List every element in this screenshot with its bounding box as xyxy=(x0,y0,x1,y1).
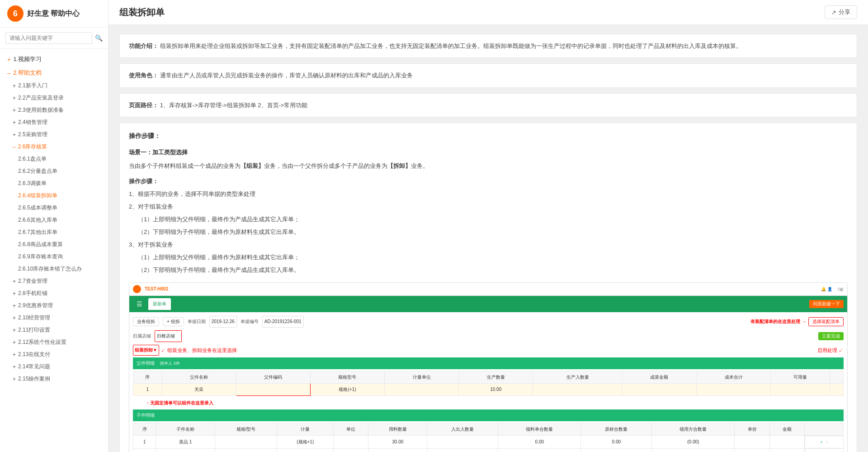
sim-topbar: TEST-H002 🔔 👤 CC ✕ xyxy=(129,283,847,296)
sim-col-seq: 序 xyxy=(133,371,162,384)
sim-cell-cost-total xyxy=(697,384,771,396)
sim-form-row1: 业务组拆 + 组拆 单据日期 2019-12-26 单据编号 AD-201912… xyxy=(133,316,844,328)
sim-active-tab: 新新单 xyxy=(148,298,171,310)
sidebar-item-sales[interactable]: +2.4销售管理 xyxy=(0,116,108,128)
sim-cell-unit xyxy=(385,384,459,396)
sidebar-item-operations[interactable]: +2.10经营管理 xyxy=(0,312,108,324)
step3: 3、对于拆装业务 xyxy=(129,239,848,251)
intro1-text: 组装拆卸单用来处理企业组装或拆卸等加工业务，支持有固定装配清单的产品加工业务，也… xyxy=(160,43,742,49)
sim-cell-parent-name: 关采 xyxy=(162,384,236,396)
step3-2: （2）下部明细为子件明细，最终作为产成品生成其它入库单。 xyxy=(129,264,848,276)
sidebar-item-coupon[interactable]: +2.9优惠券管理 xyxy=(0,300,108,312)
sidebar-item-customization[interactable]: +2.12系统个性化设置 xyxy=(0,336,108,348)
sim-section-header-child: 子件明细 xyxy=(133,409,844,421)
step3-1: （1）上部明细为父件明细，最终作为原材料生成其它出库单； xyxy=(129,252,848,263)
logo-icon: 6 xyxy=(7,5,24,22)
sidebar-item-newcomer[interactable]: +2.1新手入门 xyxy=(0,80,108,92)
sim-cell-seq: 1 xyxy=(133,384,162,396)
sidebar-item-stock-ledger[interactable]: 2.6.9库存账本查询 xyxy=(0,251,108,263)
sidebar-item-cost-adjust[interactable]: 2.6.5成本调整单 xyxy=(0,202,108,214)
sidebar-item-other-outbound[interactable]: 2.6.7其他出库单 xyxy=(0,226,108,238)
expand-icon: + xyxy=(13,315,16,321)
sidebar-item-stocktake[interactable]: 2.6.1盘点单 xyxy=(0,153,108,165)
sim-date-field: 2019-12-26 xyxy=(209,316,237,328)
sim-parent-header-row: 序 父件名称 父件编码 规格型号 计量单位 生产数量 生产入数量 成菜金额 成本… xyxy=(133,371,844,384)
expand-icon: + xyxy=(13,327,16,333)
search-box: 🔍 xyxy=(0,28,108,49)
sim-col-child-name: 子件名称 xyxy=(156,423,215,436)
sim-annotation4-area: ↑ 无固定清单可以组件在这里录入 xyxy=(146,398,844,408)
sidebar-item-fund[interactable]: +2.7资金管理 xyxy=(0,275,108,287)
step1: 1、根据不同的业务，选择不同单据的类型来处理 xyxy=(129,188,848,200)
sim-annotation1-area: 有装配清单的在这里处理 → 选择装配清单 xyxy=(750,317,844,326)
expand-icon: + xyxy=(13,364,16,370)
step2-1: （1）上部明细为父件明细，最终作为产成品生成其它入库单； xyxy=(129,214,848,225)
sidebar-item-print[interactable]: +2.11打印设置 xyxy=(0,324,108,336)
sidebar-item-assemble-disassemble[interactable]: 2.6.4组装拆卸单 xyxy=(0,190,108,202)
sidebar-item-ledger-fix[interactable]: 2.6.10库存账本错了怎么办 xyxy=(0,263,108,275)
sim-section-header-parent: 父件明细 拆件人 3件 xyxy=(133,357,844,369)
sim-type-btn2: + 组拆 xyxy=(163,317,184,326)
expand-icon: + xyxy=(13,83,16,89)
sim-shop-field: 归椎店铺 xyxy=(155,330,182,342)
sidebar-item-cases[interactable]: +2.15操作案例 xyxy=(0,373,108,385)
search-input[interactable] xyxy=(5,32,92,44)
sim-section-child-label: 子件明细 xyxy=(137,411,155,420)
sim-row-del-icon: － xyxy=(825,438,829,447)
sidebar-item-cost-recalc[interactable]: 2.6.8商品成本重算 xyxy=(0,238,108,251)
sim-form-row2: 归属店铺 归椎店铺 立案完成 xyxy=(133,330,844,342)
sim-form-body: 业务组拆 + 组拆 单据日期 2019-12-26 单据编号 AD-201912… xyxy=(129,312,847,452)
sidebar-item-video-learning[interactable]: + 1.视频学习 xyxy=(0,52,108,66)
sidebar-item-other-inbound[interactable]: 2.6.6其他入库单 xyxy=(0,214,108,226)
sidebar-item-install-login[interactable]: +2.2产品安装及登录 xyxy=(0,92,108,104)
intro2-label: 使用角色： xyxy=(129,72,158,79)
expand-icon: + xyxy=(13,95,16,101)
steps-card: 操作步骤： 场景一：加工类型选择 当由多个子件材料组装成一个成品的业务为【组装】… xyxy=(119,123,857,452)
sidebar-item-partial-stocktake[interactable]: 2.6.2分量盘点单 xyxy=(0,165,108,177)
sim-col-cost-amount: 成菜金额 xyxy=(622,371,696,384)
sim-col-spec: 规格型号 xyxy=(310,371,384,384)
intro-card-1: 功能介绍： 组装拆卸单用来处理企业组装或拆卸等加工业务，支持有固定装配清单的产品… xyxy=(119,34,857,58)
share-icon: ↗ xyxy=(831,9,836,16)
sidebar-item-inventory[interactable]: –2.6库存核算 xyxy=(0,141,108,153)
intro1-label: 功能介绍： xyxy=(129,43,158,49)
table-row: 2 菜品 2 (规格+1) 30.00 0.00 0.00 (0.00 xyxy=(133,448,844,452)
sidebar-item-mobile[interactable]: +2.8手机旺铺 xyxy=(0,287,108,300)
sim-col-material-qty: 用料数量 xyxy=(368,423,427,436)
sidebar-item-online-pay[interactable]: +2.13在线支付 xyxy=(0,348,108,361)
page-title: 组装拆卸单 xyxy=(119,6,165,19)
sidebar-item-help-docs[interactable]: – 2.帮助文档 xyxy=(0,66,108,80)
sidebar: 6 好生意 帮助中心 🔍 + 1.视频学习 – 2.帮助文档 +2.1新手入门 … xyxy=(0,0,108,452)
sidebar-item-faq[interactable]: +2.14常见问题 xyxy=(0,361,108,373)
expand-icon: + xyxy=(13,278,16,285)
sim-annotation4-text: ↑ 无固定清单可以组件在这里录入 xyxy=(146,400,213,405)
sim-annotation2-text: ↙ 组装业务、拆卸业务在这里选择 xyxy=(161,345,237,355)
search-icon[interactable]: 🔍 xyxy=(95,34,103,42)
sim-child-table: 序 子件名称 规格/型号 计量 单位 用料数量 入出入数量 领料单合数量 原材合… xyxy=(133,423,844,452)
path-text: 1、库存核算->库存管理->组装拆卸单 2、首页->常用功能 xyxy=(160,102,308,109)
content-scroll-area: 功能介绍： 组装拆卸单用来处理企业组装或拆卸等加工业务，支持有固定装配清单的产品… xyxy=(108,25,868,452)
sim-child-table-body: 1 菜品 1 (规格+1) 30.00 0.00 0.00 (0.00 xyxy=(133,436,844,452)
sim-col-amount: 金额 xyxy=(769,423,804,436)
sim-logo-icon xyxy=(133,285,141,293)
sim-col-price: 单价 xyxy=(735,423,769,436)
sim-row-del-icon2: － xyxy=(825,450,829,452)
sim-col-raw-total: 原材合数量 xyxy=(581,423,652,436)
sim-col-op xyxy=(804,423,843,436)
sidebar-item-transfer[interactable]: 2.6.3调拨单 xyxy=(0,177,108,190)
sim-col-parent-code: 父件编码 xyxy=(236,371,310,384)
step2: 2、对于组装业务 xyxy=(129,201,848,213)
sim-col-use-total: 领用方合数量 xyxy=(652,423,735,436)
main-content-area: 组装拆卸单 ↗ 分享 功能介绍： 组装拆卸单用来处理企业组装或拆卸等加工业务，支… xyxy=(108,0,868,452)
sim-col-in-out-qty: 入出入数量 xyxy=(427,423,498,436)
share-button[interactable]: ↗ 分享 xyxy=(825,5,857,19)
expand-icon: + xyxy=(13,352,16,358)
path-label: 页面路径： xyxy=(129,102,158,109)
sim-date-label: 单据日期 xyxy=(188,317,206,326)
nav-tree: + 1.视频学习 – 2.帮助文档 +2.1新手入门 +2.2产品安装及登录 +… xyxy=(0,49,108,452)
sim-cell-cost-amount xyxy=(622,384,696,396)
topbar: 组装拆卸单 ↗ 分享 xyxy=(108,0,868,25)
sidebar-item-data-prep[interactable]: +2.3使用前数据准备 xyxy=(0,104,108,116)
sidebar-item-purchase[interactable]: +2.5采购管理 xyxy=(0,128,108,141)
sim-row-add-icon2: ＋ xyxy=(819,450,824,452)
